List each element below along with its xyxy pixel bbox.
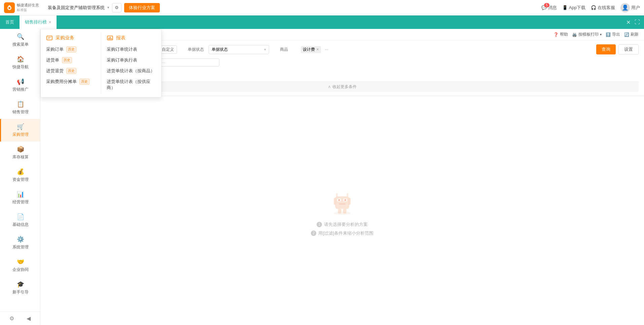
step-num-1: 1: [317, 222, 322, 227]
sidebar-item-management[interactable]: 📊 经营管理: [0, 187, 40, 209]
sidebar-label-nav: 快捷导航: [12, 64, 29, 70]
tab-bar: 首页 销售排行榜 × ✕ ⛶: [0, 15, 644, 29]
step-num-2: 2: [311, 231, 316, 236]
system-title: 装备及固定资产辅助管理系统: [48, 5, 105, 11]
home-icon: 🏠: [17, 55, 24, 63]
sidebar-settings-icon[interactable]: ⚙: [9, 315, 14, 322]
user-label: 用户: [631, 5, 640, 11]
sidebar-item-inventory[interactable]: 📦 库存核算: [0, 141, 40, 164]
quick-date-custom[interactable]: 自定义: [159, 45, 177, 54]
svg-rect-11: [343, 209, 347, 213]
help-button[interactable]: ❓ 帮助: [553, 32, 568, 37]
salesman-select[interactable]: ···: [159, 58, 219, 67]
sales-icon: 📋: [17, 100, 24, 108]
setting-button[interactable]: 设置: [618, 44, 639, 54]
goods-tag-value: 设计费: [303, 47, 315, 52]
user-button[interactable]: 👤 用户: [620, 3, 640, 12]
query-button[interactable]: 查询: [596, 44, 616, 54]
sidebar-item-basic[interactable]: 📄 基础信息: [0, 209, 40, 232]
sidebar-label-basic: 基础信息: [12, 222, 29, 228]
order-execution-label: 采购订单执行表: [107, 57, 137, 63]
dropdown-item-purchase-expense[interactable]: 采购费用分摊单 历史: [41, 76, 101, 87]
print-button[interactable]: 🖨️ 按模板打印 ▾: [572, 32, 602, 37]
sidebar-item-guide[interactable]: 🎓 新手引导: [0, 277, 40, 299]
gear-button[interactable]: ⚙: [112, 3, 121, 12]
tab-bar-right: ✕ ⛶: [626, 19, 644, 26]
empty-hint-2-text: 用[过滤]条件来缩小分析范围: [318, 230, 373, 236]
sidebar-item-finance[interactable]: 💰 资金管理: [0, 164, 40, 187]
tab-home[interactable]: 首页: [0, 15, 20, 29]
empty-hint-2: 2 用[过滤]条件来缩小分析范围: [311, 230, 373, 236]
goods-return-history-badge: 历史: [66, 68, 76, 74]
export-icon: ⬆️: [606, 32, 611, 37]
online-service-button[interactable]: 🎧 在线客服: [591, 5, 615, 11]
sidebar-item-marketing[interactable]: 📢 营销推广: [0, 74, 40, 96]
sidebar-label-collab: 企业协同: [12, 267, 29, 273]
basic-icon: 📄: [17, 213, 24, 220]
sidebar-item-sales[interactable]: 📋 销售管理: [0, 96, 40, 119]
svg-rect-2: [335, 196, 349, 209]
purchase-order-history-badge: 历史: [66, 46, 76, 52]
sidebar-label-search: 搜索菜单: [12, 42, 29, 47]
sidebar-item-nav[interactable]: 🏠 快捷导航: [0, 51, 40, 74]
collab-icon: 🤝: [17, 258, 24, 266]
dropdown-item-receipt-stats-goods[interactable]: 进货单统计表（按商品）: [101, 66, 162, 76]
purchase-header-icon: [46, 35, 53, 41]
empty-state: 1 请先选择要分析的方案 2 用[过滤]条件来缩小分析范围: [40, 96, 644, 325]
reports-header-icon: [107, 35, 113, 41]
purchase-icon: 🛒: [17, 123, 24, 130]
logo-area: 畅捷通好生意 标准版: [4, 2, 44, 13]
svg-rect-12: [336, 193, 338, 197]
dropdown-item-order-stats[interactable]: 采购订单统计表: [101, 44, 162, 55]
goods-tag-close-icon[interactable]: ×: [316, 47, 319, 52]
svg-rect-9: [348, 198, 351, 205]
svg-point-0: [8, 7, 10, 9]
goods-receipt-label: 进货单: [46, 57, 59, 63]
dropdown-item-order-execution[interactable]: 采购订单执行表: [101, 55, 162, 66]
dropdown-item-purchase-order[interactable]: 采购订单 历史: [41, 44, 101, 55]
sidebar-item-system[interactable]: ⚙️ 系统管理: [0, 232, 40, 254]
tab-close-icon[interactable]: ×: [49, 20, 51, 25]
sidebar-item-collab[interactable]: 🤝 企业协同: [0, 254, 40, 277]
service-label: 在线客服: [598, 5, 615, 11]
dropdown-item-receipt-stats-supplier[interactable]: 进货单统计表（按供应商）: [101, 76, 162, 93]
app-label: App下载: [569, 5, 585, 11]
reports-col-header: 报表: [101, 33, 162, 44]
management-icon: 📊: [17, 191, 24, 198]
print-dropdown-icon: ▾: [600, 33, 602, 36]
sidebar-collapse-icon[interactable]: ◀: [27, 315, 31, 322]
app-download-button[interactable]: 📱 App下载: [562, 5, 585, 11]
logo-text: 畅捷通好生意: [17, 3, 39, 7]
receipt-stats-supplier-label: 进货单统计表（按供应商）: [107, 79, 156, 91]
sidebar-label-finance: 资金管理: [12, 177, 29, 182]
svg-rect-7: [339, 203, 346, 204]
tab-expand-icon[interactable]: ⛶: [635, 19, 640, 25]
doc-status-value: 单据状态: [212, 47, 228, 52]
sidebar-bottom: ⚙ ◀: [0, 312, 40, 325]
dropdown-item-goods-return[interactable]: 进货退货 历史: [41, 66, 101, 76]
tab-close-icon-right[interactable]: ✕: [626, 19, 631, 26]
action-buttons: 查询 设置: [596, 44, 639, 54]
tab-home-label: 首页: [5, 19, 14, 25]
doc-status-dropdown-icon: ▾: [264, 47, 266, 52]
tab-sales-rank[interactable]: 销售排行榜 ×: [20, 15, 57, 29]
help-label: 帮助: [560, 32, 568, 37]
sidebar-label-purchase: 采购管理: [12, 132, 29, 137]
sidebar-item-search[interactable]: 🔍 搜索菜单: [0, 29, 40, 51]
message-badge: 5: [544, 3, 549, 7]
svg-rect-18: [108, 38, 109, 39]
sidebar-item-purchase[interactable]: 🛒 采购管理: [0, 119, 40, 141]
refresh-button[interactable]: 🔄 刷新: [624, 32, 639, 37]
svg-rect-19: [110, 37, 111, 39]
export-button[interactable]: ⬆️ 导出: [606, 32, 620, 37]
refresh-label: 刷新: [631, 32, 639, 37]
trial-button[interactable]: 体验行业方案: [124, 3, 160, 12]
svg-point-6: [345, 199, 346, 201]
export-label: 导出: [612, 32, 620, 37]
doc-status-select[interactable]: 单据状态 ▾: [209, 45, 269, 54]
dropdown-item-goods-receipt[interactable]: 进货单 历史: [41, 55, 101, 66]
tab-sales-rank-label: 销售排行榜: [25, 19, 47, 25]
toolbar-right: ❓ 帮助 🖨️ 按模板打印 ▾ ⬆️ 导出 🔄 刷新: [553, 32, 639, 37]
title-dropdown-icon[interactable]: ▾: [107, 5, 109, 10]
message-button[interactable]: 💬 5 消息: [541, 5, 557, 11]
